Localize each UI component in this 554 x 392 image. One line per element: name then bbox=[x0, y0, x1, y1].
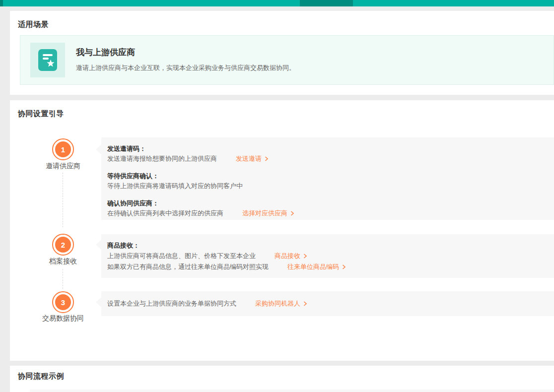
chevron-right-icon bbox=[303, 301, 307, 306]
purchase-robot-link[interactable]: 采购协同机器人 bbox=[255, 300, 307, 307]
step-2-label: 档案接收 bbox=[28, 257, 98, 266]
step-1-panel: 发送邀请码： 发送邀请海报给想要协同的上游供应商发送邀请 等待供应商确认： 等待… bbox=[101, 137, 554, 220]
guide-item: 确认协同供应商： 在待确认供应商列表中选择对应的供应商选择对应供应商 bbox=[107, 198, 548, 218]
item-text: 设置本企业与上游供应商的业务单据协同方式 bbox=[107, 300, 236, 307]
item-body: 发送邀请海报给想要协同的上游供应商发送邀请 bbox=[107, 154, 548, 164]
panel-arrow bbox=[96, 144, 101, 154]
send-invite-link[interactable]: 发送邀请 bbox=[236, 155, 269, 162]
item-title: 发送邀请码： bbox=[107, 144, 548, 154]
scenario-card: 适用场景 我与上游供应商 邀请上游供应商与本企业互联，实现本企业采购业务与供应商… bbox=[10, 11, 554, 95]
topbar-left-edge bbox=[0, 0, 3, 6]
guide-card: 协同设置引导 1 邀请供应商 2 档案接收 3 交易数据协同 发送邀请码： 发送… bbox=[10, 100, 554, 361]
link-label: 发送邀请 bbox=[236, 155, 262, 162]
step-connector-2 bbox=[63, 269, 63, 289]
step-1-badge: 1 bbox=[52, 138, 74, 160]
item-body: 在待确认供应商列表中选择对应的供应商选择对应供应商 bbox=[107, 208, 548, 218]
item-text: 上游供应商可将商品信息、图片、价格下发至本企业 bbox=[107, 252, 256, 260]
scenario-banner: 我与上游供应商 邀请上游供应商与本企业互联，实现本企业采购业务与供应商交易数据协… bbox=[20, 35, 554, 85]
step-3-badge: 3 bbox=[52, 291, 74, 313]
banner-title: 我与上游供应商 bbox=[76, 47, 135, 58]
item-title: 确认协同供应商： bbox=[107, 198, 548, 208]
guide-title: 协同设置引导 bbox=[18, 109, 64, 119]
chevron-right-icon bbox=[265, 156, 269, 161]
step-2-badge: 2 bbox=[52, 234, 74, 256]
chevron-right-icon bbox=[290, 211, 294, 216]
goods-receive-link[interactable]: 商品接收 bbox=[275, 252, 307, 260]
item-body: 上游供应商可将商品信息、图片、价格下发至本企业商品接收 bbox=[107, 251, 548, 261]
flow-example-card: 协同流程示例 bbox=[10, 366, 554, 392]
topbar-scrollbar-thumb[interactable] bbox=[300, 0, 353, 6]
guide-item: 等待供应商确认： 等待上游供应商将邀请码填入对应的协同客户中 bbox=[107, 171, 548, 191]
partner-goods-code-link[interactable]: 往来单位商品编码 bbox=[287, 263, 346, 270]
banner-description: 邀请上游供应商与本企业互联，实现本企业采购业务与供应商交易数据协同。 bbox=[76, 64, 295, 72]
step-2-panel: 商品接收： 上游供应商可将商品信息、图片、价格下发至本企业商品接收 如果双方已有… bbox=[101, 234, 554, 278]
step-connector-1 bbox=[63, 173, 63, 227]
item-body: 设置本企业与上游供应商的业务单据协同方式采购协同机器人 bbox=[107, 299, 548, 308]
chevron-right-icon bbox=[342, 264, 346, 269]
item-text: 等待上游供应商将邀请码填入对应的协同客户中 bbox=[107, 182, 243, 190]
flow-example-panel-edge bbox=[30, 390, 554, 392]
link-label: 往来单位商品编码 bbox=[287, 263, 339, 270]
link-label: 选择对应供应商 bbox=[242, 209, 287, 217]
panel-arrow bbox=[96, 240, 101, 250]
step-3-number: 3 bbox=[55, 294, 71, 310]
scenario-title: 适用场景 bbox=[18, 20, 49, 29]
step-2-number: 2 bbox=[55, 237, 71, 253]
item-text: 在待确认供应商列表中选择对应的供应商 bbox=[107, 209, 223, 217]
item-text: 如果双方已有商品信息，通过往来单位商品编码对照实现 bbox=[107, 263, 269, 270]
step-3-label: 交易数据协同 bbox=[28, 314, 98, 323]
banner-icon-box bbox=[30, 43, 65, 77]
guide-item: 发送邀请码： 发送邀请海报给想要协同的上游供应商发送邀请 bbox=[107, 144, 548, 164]
document-star-icon bbox=[38, 49, 57, 71]
item-text: 发送邀请海报给想要协同的上游供应商 bbox=[107, 155, 217, 162]
panel-arrow bbox=[96, 297, 101, 307]
select-supplier-link[interactable]: 选择对应供应商 bbox=[242, 209, 294, 217]
link-label: 采购协同机器人 bbox=[255, 300, 300, 307]
item-title: 等待供应商确认： bbox=[107, 171, 548, 181]
topbar bbox=[0, 0, 554, 6]
step-1-label: 邀请供应商 bbox=[28, 162, 98, 171]
step-3-panel: 设置本企业与上游供应商的业务单据协同方式采购协同机器人 bbox=[101, 291, 554, 316]
item-body: 如果双方已有商品信息，通过往来单位商品编码对照实现往来单位商品编码 bbox=[107, 261, 548, 272]
item-body: 等待上游供应商将邀请码填入对应的协同客户中 bbox=[107, 181, 548, 191]
chevron-right-icon bbox=[303, 254, 307, 259]
step-1-number: 1 bbox=[55, 141, 71, 157]
page: 适用场景 我与上游供应商 邀请上游供应商与本企业互联，实现本企业采购业务与供应商… bbox=[0, 0, 554, 392]
flow-example-title: 协同流程示例 bbox=[18, 372, 64, 381]
link-label: 商品接收 bbox=[275, 252, 300, 260]
item-title: 商品接收： bbox=[107, 241, 548, 251]
